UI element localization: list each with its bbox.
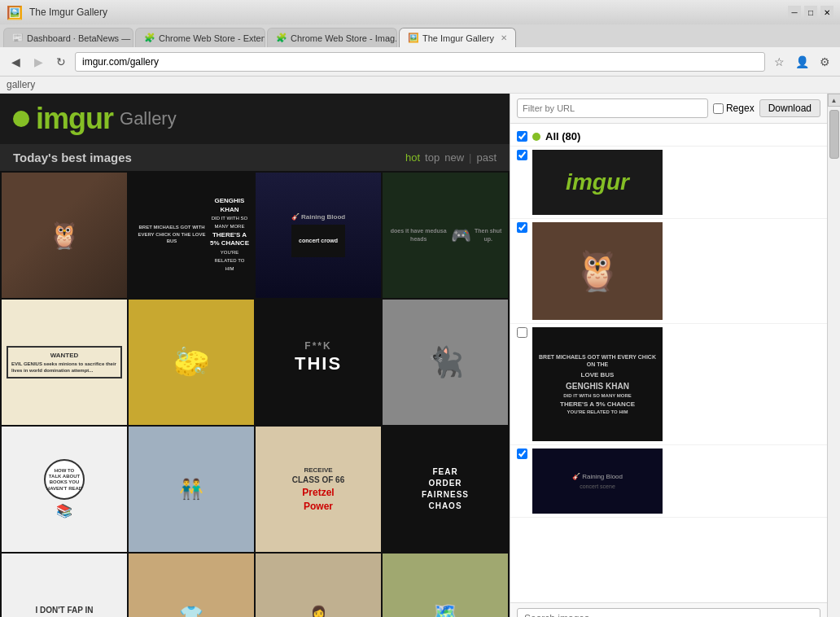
sidebar-item-bret: BRET MICHAELS GOT WITH EVERY CHICK ON TH…: [510, 324, 827, 445]
new-link[interactable]: new: [444, 151, 464, 164]
all-checkbox[interactable]: [517, 131, 527, 142]
gallery-item-fear[interactable]: FEAR ORDER FAIRNESS CHAOS: [383, 427, 508, 552]
sidebar-toolbar: Regex Download: [510, 94, 827, 124]
gallery-grid: 🦉 BRET MICHAELS GOT WITH EVERY CHICK ON …: [0, 171, 510, 617]
sidebar-item-concert: 🎸 Raining Blood concert scene: [510, 445, 827, 518]
hot-link[interactable]: hot: [405, 151, 420, 164]
sidebar-panel: Regex Download All (80) imgur: [510, 94, 827, 617]
tab-chrome-store-1[interactable]: 🧩 Chrome Web Store - Exten... ✕: [135, 28, 265, 47]
title-bar: 🖼️ The Imgur Gallery ─ □ ✕: [0, 0, 840, 24]
owl-checkbox[interactable]: [517, 222, 527, 233]
gallery-item-sponge[interactable]: 🧽: [129, 300, 254, 425]
tab-betanews[interactable]: 📰 Dashboard · BetaNews — ✕: [3, 28, 133, 47]
scroll-track[interactable]: [828, 107, 840, 617]
tab-favicon: 🧩: [276, 33, 287, 43]
browser-window: 🖼️ The Imgur Gallery ─ □ ✕ 📰 Dashboard ·…: [0, 0, 840, 94]
gallery-item-game[interactable]: does it have medusa heads 🎮 Then shut up…: [383, 173, 508, 298]
sidebar-thumb-owl: 🦉: [532, 222, 663, 320]
window-favicon: 🖼️: [7, 5, 23, 20]
regex-checkbox[interactable]: [713, 103, 724, 114]
bret-checkbox[interactable]: [517, 327, 527, 338]
imgur-main: imgur Gallery Today's best images hot to…: [0, 94, 510, 617]
gallery-item-this[interactable]: F**K THIS: [256, 300, 381, 425]
address-bar[interactable]: [75, 52, 765, 72]
tab-imgur[interactable]: 🖼️ The Imgur Gallery ✕: [399, 28, 516, 47]
concert-checkbox[interactable]: [517, 449, 527, 459]
gallery-item-cat[interactable]: 🐈‍⬛: [383, 300, 508, 425]
tab-label: Chrome Web Store - Exten...: [159, 33, 265, 43]
gallery-links: hot top new | past: [405, 151, 497, 164]
bookmark-button[interactable]: ☆: [770, 53, 788, 71]
settings-button[interactable]: ⚙: [816, 53, 833, 71]
nav-bar: ◀ ▶ ↻ ☆ 👤 ⚙: [0, 47, 840, 77]
scroll-up-arrow[interactable]: ▲: [828, 94, 841, 107]
regex-label: Regex: [726, 103, 755, 114]
gallery-item-shower[interactable]: I DON'T FAP INTHE SHOWER: [2, 554, 127, 617]
gallery-item-laina[interactable]: 🙍‍♀️ A with Laina: [256, 554, 381, 617]
gallery-item-paris[interactable]: 🗺️ Paris: [383, 554, 508, 617]
gallery-item-howto[interactable]: HOW TOTALK ABOUTBOOKS YOUHAVEN'T READ 📚: [2, 427, 127, 552]
pipe-sep: |: [469, 151, 471, 164]
minimize-button[interactable]: ─: [788, 6, 801, 19]
sidebar-thumb-bret: BRET MICHAELS GOT WITH EVERY CHICK ON TH…: [532, 327, 663, 441]
maximize-button[interactable]: □: [804, 6, 817, 19]
refresh-button[interactable]: ↻: [52, 53, 70, 71]
top-link[interactable]: top: [425, 151, 440, 164]
gallery-title: Today's best images: [13, 151, 132, 164]
past-link[interactable]: past: [476, 151, 497, 164]
sidebar-thumb-imgur: imgur: [532, 150, 663, 215]
imgur-logo-circle: [13, 111, 29, 127]
tab-favicon: 🧩: [144, 33, 155, 43]
tab-favicon: 📰: [12, 33, 24, 43]
imgur-logo-checkbox[interactable]: [517, 150, 527, 160]
sidebar-thumb-concert: 🎸 Raining Blood concert scene: [532, 449, 663, 514]
gallery-item-class[interactable]: RECEIVE CLASS OF 66 PretzelPower: [256, 427, 381, 552]
sidebar-image-list[interactable]: All (80) imgur 🦉 B: [510, 124, 827, 602]
tab-chrome-store-2[interactable]: 🧩 Chrome Web Store - Imag... ✕: [267, 28, 397, 47]
back-button[interactable]: ◀: [7, 53, 24, 71]
tab-close-imgur[interactable]: ✕: [501, 33, 507, 42]
imgur-gallery-label: Gallery: [120, 108, 177, 129]
tab-favicon: 🖼️: [408, 33, 419, 43]
imgur-header: imgur Gallery: [0, 94, 510, 144]
sidebar-item-owl: 🦉: [510, 219, 827, 324]
scroll-thumb[interactable]: [829, 110, 839, 159]
download-button[interactable]: Download: [759, 99, 820, 117]
imgur-logo: imgur Gallery: [13, 102, 177, 136]
gallery-item-bret[interactable]: BRET MICHAELS GOT WITH EVERY CHICK ON TH…: [129, 173, 254, 298]
all-label: All (80): [545, 130, 580, 142]
gallery-item-wanted[interactable]: WANTED EVIL GENIUS seeks minions to sacr…: [2, 300, 127, 425]
gallery-nav: Today's best images hot top new | past: [0, 144, 510, 171]
gallery-item-guys[interactable]: 👬: [129, 427, 254, 552]
sidebar-item-imgur-logo: imgur: [510, 147, 827, 219]
tab-bar: 📰 Dashboard · BetaNews — ✕ 🧩 Chrome Web …: [0, 24, 840, 47]
window-controls: ─ □ ✕: [788, 6, 833, 19]
regex-container: Regex: [713, 103, 755, 114]
gallery-item-owl[interactable]: 🦉: [2, 173, 127, 298]
page-content: imgur Gallery Today's best images hot to…: [0, 94, 840, 617]
search-images-input[interactable]: [517, 608, 820, 617]
tab-label: Chrome Web Store - Imag...: [291, 33, 397, 43]
forward-button[interactable]: ▶: [29, 53, 47, 71]
sidebar-all-row: All (80): [510, 127, 827, 147]
close-button[interactable]: ✕: [820, 6, 833, 19]
extension-button[interactable]: 👤: [793, 53, 811, 71]
gallery-item-concert[interactable]: 🎸 Raining Blood concert crowd: [256, 173, 381, 298]
gallery-item-hawaii[interactable]: 👕: [129, 554, 254, 617]
breadcrumb: gallery: [0, 77, 840, 94]
tab-label: Dashboard · BetaNews —: [27, 33, 130, 43]
tab-label: The Imgur Gallery: [422, 33, 494, 43]
window-title: The Imgur Gallery: [29, 7, 107, 18]
green-dot: [532, 133, 540, 141]
filter-url-input[interactable]: [517, 98, 708, 118]
imgur-logo-text: imgur: [36, 102, 113, 136]
browser-scrollbar: ▲ ▼: [827, 94, 840, 617]
sidebar-imgur-logo-text: imgur: [566, 169, 629, 195]
search-bar-area: [510, 602, 827, 617]
